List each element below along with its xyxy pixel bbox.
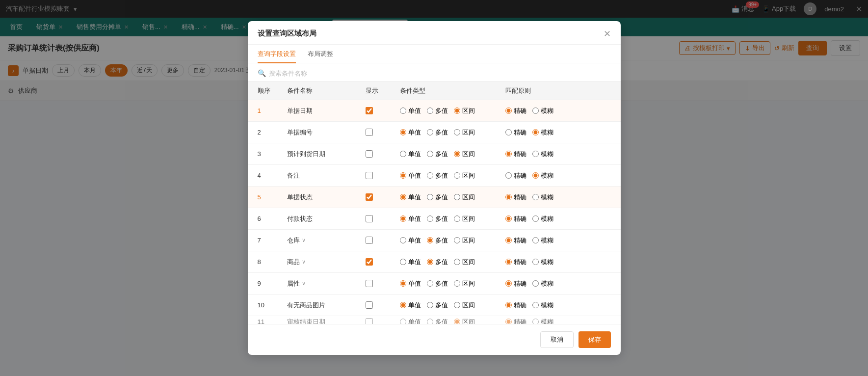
dialog-tab-query-fields[interactable]: 查询字段设置 <box>258 45 296 63</box>
col-order: 顺序 <box>258 86 287 95</box>
dialog-tab-layout-label: 布局调整 <box>308 50 333 57</box>
dialog-tab-layout[interactable]: 布局调整 <box>308 45 333 63</box>
table-header: 顺序 条件名称 显示 条件类型 匹配原则 <box>248 81 621 100</box>
dialog-title: 设置查询区域布局 <box>258 29 316 38</box>
conditions-table: 顺序 条件名称 显示 条件类型 匹配原则 1 单据日期 单值 多值 区间 <box>248 81 621 101</box>
dialog-tab-query-fields-label: 查询字段设置 <box>258 50 296 57</box>
search-input[interactable] <box>269 70 611 77</box>
modal-overlay: 设置查询区域布局 ✕ 查询字段设置 布局调整 🔍 顺序 条件名称 显示 条件类型 <box>0 0 868 101</box>
col-type: 条件类型 <box>400 86 505 95</box>
dialog-tabs: 查询字段设置 布局调整 <box>248 45 621 63</box>
dialog-close-btn[interactable]: ✕ <box>604 29 611 38</box>
dialog-header: 设置查询区域布局 ✕ <box>248 21 621 45</box>
dialog-search-bar: 🔍 <box>248 63 621 81</box>
table-row: 1 单据日期 单值 多值 区间 精确 模糊 <box>248 100 621 101</box>
search-icon: 🔍 <box>258 69 266 77</box>
col-name: 条件名称 <box>287 86 366 95</box>
col-match: 匹配原则 <box>505 86 611 95</box>
col-show: 显示 <box>366 86 400 95</box>
settings-dialog: 设置查询区域布局 ✕ 查询字段设置 布局调整 🔍 顺序 条件名称 显示 条件类型 <box>248 21 621 101</box>
